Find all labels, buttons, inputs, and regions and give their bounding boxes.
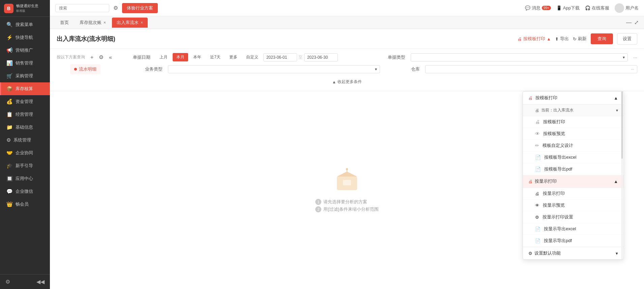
messages-label: 消息: [532, 5, 540, 11]
date-divider: 至: [298, 54, 303, 60]
date-to-input[interactable]: [304, 53, 338, 61]
warehouse-more[interactable]: ···: [631, 67, 634, 72]
dropdown-item-print[interactable]: 🖨 按模板打印: [523, 116, 623, 128]
sidebar-item-label: 基础信息: [16, 124, 33, 130]
empty-tips: 1 请先选择要分析的方案 2 用[过滤]条件来缩小分析范围: [315, 198, 378, 214]
wechat-icon: 💬: [6, 188, 13, 194]
app-badge: 标准版: [16, 9, 38, 13]
page-header: 出入库流水(流水明细) 🖨 按模板打印 ▲ ⬆ 导出 ↻ 刷新 查询 设置: [50, 29, 644, 49]
warehouse-select[interactable]: ···: [425, 65, 637, 73]
excel-item-icon: 📄: [535, 155, 541, 160]
pdf-item-label: 按模板导出pdf: [544, 166, 572, 172]
topbar-settings-icon[interactable]: ⚙: [113, 5, 118, 11]
warehouse-label: 仓库: [411, 66, 420, 72]
print-template-label: 按模板打印: [523, 36, 545, 42]
sidebar-footer: ⚙ ◀◀: [0, 274, 50, 289]
print-template-btn[interactable]: 🖨 按模板打印 ▲: [518, 36, 551, 42]
flow-dot: [74, 68, 77, 71]
date-option-this-month[interactable]: 本月: [173, 53, 188, 61]
message-icon: 💬: [525, 5, 530, 10]
date-from-input[interactable]: [263, 53, 297, 61]
page-title: 出入库流水(流水明细): [57, 35, 115, 47]
online-service-btn[interactable]: 🎧 在线客服: [585, 5, 609, 11]
dropdown-item-design[interactable]: ✏ 模板自定义设计: [523, 140, 623, 152]
sidebar-item-basic[interactable]: 📁 基础信息: [0, 121, 50, 134]
footer-chevron[interactable]: ▾: [616, 251, 618, 256]
filter-collapse-btn[interactable]: «: [109, 54, 112, 60]
preview-item-icon: 👁: [535, 131, 540, 136]
display-pdf-icon: 📄: [535, 238, 540, 243]
user-avatar-btn[interactable]: 用户名: [615, 3, 639, 13]
tab-maximize-btn[interactable]: ⤢: [634, 19, 639, 26]
date-option-more[interactable]: 更多: [226, 53, 241, 61]
sidebar-item-guide[interactable]: 🎓 新手引导: [0, 159, 50, 172]
sidebar-item-operations[interactable]: 📋 经营管理: [0, 108, 50, 121]
sidebar-item-marketing[interactable]: 📢 营销推广: [0, 44, 50, 57]
footer-collapse-icon[interactable]: ◀◀: [36, 279, 45, 285]
sidebar-item-inventory[interactable]: 📦 库存核算: [0, 82, 50, 95]
filter-settings-btn[interactable]: ⚙: [99, 54, 104, 60]
dropdown-display-excel[interactable]: 📄 按显示导出excel: [523, 223, 623, 235]
sidebar-item-system[interactable]: ⚙ 系统管理: [0, 134, 50, 147]
sidebar-logo: B 畅捷通好生意 标准版: [0, 0, 50, 17]
app-download-btn[interactable]: 📱 App下载: [556, 5, 580, 11]
export-btn[interactable]: ⬆ 导出: [555, 36, 569, 42]
doc-type-label: 单据类型: [388, 54, 405, 60]
date-option-7days[interactable]: 近7天: [206, 53, 224, 61]
display-excel-label: 按显示导出excel: [544, 226, 576, 232]
svg-rect-2: [343, 180, 351, 185]
industry-btn[interactable]: 体验行业方案: [122, 3, 158, 13]
query-button[interactable]: 查询: [591, 33, 613, 44]
business-type-select[interactable]: ▾: [168, 65, 380, 73]
date-option-this-year[interactable]: 本年: [189, 53, 205, 61]
dropdown-item-excel[interactable]: 📄 按模板导出excel: [523, 152, 623, 163]
sidebar-item-shortcut[interactable]: ⚡ 快捷导航: [0, 31, 50, 44]
sidebar-item-finance[interactable]: 💰 资金管理: [0, 95, 50, 108]
footer-settings-icon[interactable]: ⚙: [5, 279, 10, 285]
dropdown-scrollbar[interactable]: [621, 91, 623, 259]
print-item-icon: 🖨: [535, 119, 540, 125]
display-section-chevron[interactable]: ▲: [614, 179, 618, 184]
dropdown-display-preview[interactable]: 👁 按显示预览: [523, 200, 623, 211]
design-item-label: 模板自定义设计: [543, 142, 573, 149]
doc-type-more[interactable]: ···: [633, 55, 637, 60]
avatar: [615, 3, 624, 13]
sidebar-item-appcenter[interactable]: 🔲 应用中心: [0, 172, 50, 185]
dropdown-footer[interactable]: ⚙ 设置默认功能 ▾: [523, 247, 623, 259]
sidebar-item-sales[interactable]: 📊 销售管理: [0, 57, 50, 70]
page-header-actions: 🖨 按模板打印 ▲ ⬆ 导出 ↻ 刷新 查询 设置: [518, 33, 637, 49]
tab-minimize-btn[interactable]: —: [626, 20, 632, 26]
date-option-custom[interactable]: 自定义: [242, 53, 262, 61]
tab-flow[interactable]: 出入库流水 ×: [112, 18, 148, 28]
settings-button[interactable]: 设置: [617, 33, 637, 45]
dropdown-item-pdf[interactable]: 📄 按模板导出pdf: [523, 163, 623, 175]
add-filter-btn[interactable]: +: [90, 54, 93, 60]
search-input[interactable]: [55, 4, 109, 12]
date-option-last-month[interactable]: 上月: [156, 53, 171, 61]
sidebar-item-vip[interactable]: 👑 畅会员: [0, 198, 50, 211]
tab-batch-close[interactable]: ×: [104, 20, 106, 25]
dropdown-display-settings[interactable]: ⚙ 按显示打印设置: [523, 211, 623, 223]
messages-btn[interactable]: 💬 消息 99+: [525, 5, 551, 11]
collapse-more-btn[interactable]: ▲ 收起更多条件: [330, 77, 364, 87]
sidebar-item-search[interactable]: 🔍 搜索菜单: [0, 18, 50, 31]
tab-flow-close[interactable]: ×: [141, 20, 143, 25]
dropdown-display-print[interactable]: 🖨 按显示打印: [523, 188, 623, 200]
sidebar-item-cooperation[interactable]: 🤝 企业协同: [0, 147, 50, 159]
dropdown-display-section[interactable]: 🖨 按显示打印 ▲: [523, 175, 623, 188]
sidebar-item-label: 搜索菜单: [16, 22, 33, 28]
cooperation-icon: 🤝: [6, 150, 13, 156]
dropdown-item-preview[interactable]: 👁 按模板预览: [523, 128, 623, 140]
app-download-label: App下载: [563, 5, 580, 11]
doc-type-select[interactable]: ▾: [411, 53, 628, 61]
sales-icon: 📊: [6, 60, 13, 66]
tab-home[interactable]: 首页: [55, 18, 74, 28]
dropdown-display-pdf[interactable]: 📄 按显示导出pdf: [523, 235, 623, 247]
sidebar-item-wechat[interactable]: 💬 企业微信: [0, 185, 50, 198]
dropdown-collapse-icon[interactable]: ▲: [614, 96, 618, 101]
dropdown-print-icon: 🖨: [528, 96, 533, 101]
current-chevron[interactable]: ▾: [616, 108, 618, 113]
tab-batch[interactable]: 库存批次账 ×: [75, 18, 111, 28]
sidebar-item-purchase[interactable]: 🛒 采购管理: [0, 70, 50, 82]
refresh-btn[interactable]: ↻ 刷新: [573, 36, 587, 42]
